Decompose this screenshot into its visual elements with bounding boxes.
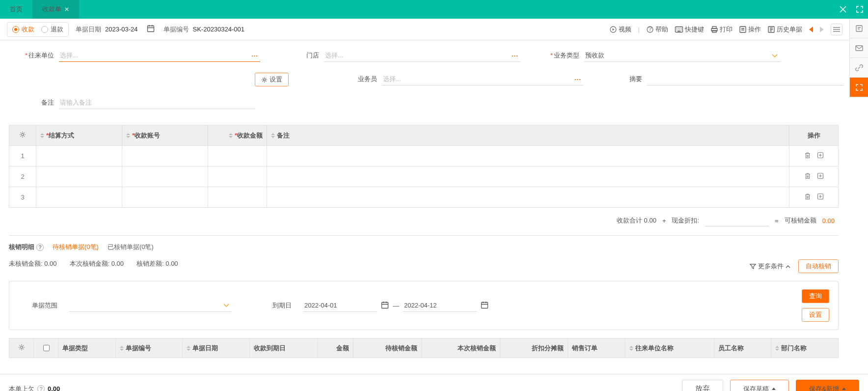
radio-refund[interactable]: 退款	[41, 25, 63, 34]
col-pending[interactable]: 待核销金额	[353, 338, 421, 358]
doc-date-label: 单据日期	[76, 25, 101, 34]
owed-value: 0.00	[48, 385, 60, 391]
add-row-icon[interactable]	[817, 152, 824, 160]
next-doc-icon[interactable]	[820, 27, 824, 32]
col-employee[interactable]: 员工名称	[714, 338, 771, 358]
col-op: 操作	[789, 125, 839, 146]
close-window-icon[interactable]	[835, 0, 851, 19]
col-amount2[interactable]: 金额	[318, 338, 353, 358]
col-dept[interactable]: 部门名称	[771, 338, 839, 358]
close-icon[interactable]: ✕	[64, 6, 69, 13]
table-row: 2	[9, 167, 839, 187]
grid2-gear-icon[interactable]	[9, 338, 34, 358]
auto-writeoff-button[interactable]: 自动核销	[798, 259, 839, 273]
doc-date-value: 2023-03-24	[105, 26, 138, 33]
video-button[interactable]: 视频	[610, 25, 631, 34]
top-tab-bar: 首页 收款单 ✕	[0, 0, 868, 19]
col-docno[interactable]: 单据编号	[115, 338, 183, 358]
more-conditions-toggle[interactable]: 更多条件	[750, 262, 790, 271]
filter-settings-button[interactable]: 设置	[802, 308, 829, 322]
cash-discount-input[interactable]	[705, 215, 769, 226]
svg-rect-19	[382, 302, 388, 308]
help-icon[interactable]: ?	[37, 385, 45, 391]
col-split[interactable]: 折扣分摊额	[500, 338, 568, 358]
store-input[interactable]	[324, 49, 520, 62]
svg-text:?: ?	[648, 25, 651, 32]
col-partner[interactable]: 往来单位名称	[625, 338, 714, 358]
svg-rect-0	[147, 26, 154, 32]
totals-row: 收款合计 0.00 + 现金折扣: = 可核销金额 0.00	[0, 208, 848, 235]
fullscreen-icon[interactable]	[851, 0, 868, 19]
shortcut-button[interactable]: 快捷键	[675, 25, 704, 34]
calendar-icon[interactable]	[481, 301, 488, 310]
svg-rect-8	[740, 27, 746, 32]
side-mail-icon[interactable]	[850, 38, 868, 58]
calendar-icon[interactable]	[381, 301, 389, 310]
print-button[interactable]: 打印	[711, 25, 732, 34]
col-docdate[interactable]: 单据日期	[183, 338, 250, 358]
ellipsis-icon[interactable]: ···	[512, 52, 518, 59]
col-method[interactable]: *结算方式	[36, 125, 122, 146]
ellipsis-icon[interactable]: ···	[574, 76, 581, 83]
side-expand-icon[interactable]	[850, 78, 868, 97]
prev-doc-icon[interactable]	[809, 27, 813, 32]
save-new-button[interactable]: 保存&新增	[796, 380, 859, 391]
summary-input[interactable]	[647, 73, 843, 85]
col-amount[interactable]: *收款金额	[208, 125, 267, 146]
col-this[interactable]: 本次核销金额	[421, 338, 500, 358]
grid-gear-icon[interactable]	[9, 125, 36, 146]
history-button[interactable]: 历史单据	[768, 25, 802, 34]
svg-rect-22	[856, 26, 862, 31]
tab-home[interactable]: 首页	[0, 0, 32, 19]
biztype-select[interactable]	[584, 49, 781, 62]
delete-icon[interactable]	[804, 193, 811, 201]
side-note-icon[interactable]	[850, 19, 868, 38]
view-list-icon[interactable]	[831, 24, 842, 35]
operate-button[interactable]: 操作	[739, 25, 761, 34]
doc-no-label: 单据编号	[163, 25, 189, 34]
partner-input[interactable]	[59, 49, 260, 62]
help-button[interactable]: ? 帮助	[647, 25, 668, 34]
svg-rect-23	[856, 46, 863, 51]
chevron-down-icon[interactable]	[772, 52, 778, 59]
header-form: *往来单位 ··· 门店 ··· *业务类型 设置 业务员 ··· 摘要 备注	[0, 40, 868, 125]
discard-button[interactable]: 放弃	[682, 380, 723, 391]
side-link-icon[interactable]	[850, 58, 868, 78]
svg-point-15	[22, 134, 24, 136]
calendar-icon[interactable]	[147, 25, 155, 34]
doc-range-select[interactable]	[69, 299, 231, 312]
doc-no-value: SK-20230324-001	[193, 26, 245, 33]
save-draft-button[interactable]: 保存草稿	[730, 380, 789, 391]
writeoff-filter-box: 单据范围 到期日 — 查询 设置	[9, 281, 839, 330]
delete-icon[interactable]	[804, 172, 811, 181]
salesman-input[interactable]	[382, 73, 583, 85]
add-row-icon[interactable]	[817, 172, 824, 181]
caret-up-icon	[842, 388, 846, 390]
svg-rect-20	[482, 302, 488, 308]
delete-icon[interactable]	[804, 152, 811, 160]
select-all-checkbox[interactable]	[43, 345, 50, 351]
col-doctype[interactable]: 单据类型	[58, 338, 116, 358]
mode-radio-group: 收款 退款	[7, 22, 69, 37]
ellipsis-icon[interactable]: ···	[251, 52, 258, 59]
svg-point-14	[263, 79, 265, 81]
help-icon[interactable]: ?	[36, 244, 44, 251]
settings-button[interactable]: 设置	[255, 73, 289, 86]
col-account[interactable]: *收款账号	[122, 125, 208, 146]
date-from-input[interactable]	[303, 299, 377, 312]
col-saleorder[interactable]: 销售订单	[568, 338, 625, 358]
writeoffable-amount: 0.00	[822, 217, 835, 224]
date-to-input[interactable]	[403, 299, 477, 312]
footer-bar: 本单上欠 ? 0.00 放弃 保存草稿 保存&新增	[0, 374, 868, 391]
col-paydate[interactable]: 收款到期日	[250, 338, 318, 358]
remark-input[interactable]	[59, 96, 255, 109]
col-remark[interactable]: 备注	[267, 125, 789, 146]
tab-done-writeoff[interactable]: 已核销单据(0笔)	[108, 243, 154, 251]
add-row-icon[interactable]	[817, 193, 824, 201]
writeoff-title: 核销明细?	[9, 243, 44, 251]
radio-receive[interactable]: 收款	[12, 25, 34, 34]
tab-pending-writeoff[interactable]: 待核销单据(0笔)	[53, 243, 99, 251]
query-button[interactable]: 查询	[802, 289, 829, 303]
tab-receipt[interactable]: 收款单 ✕	[32, 0, 79, 19]
table-row: 1	[9, 146, 839, 167]
